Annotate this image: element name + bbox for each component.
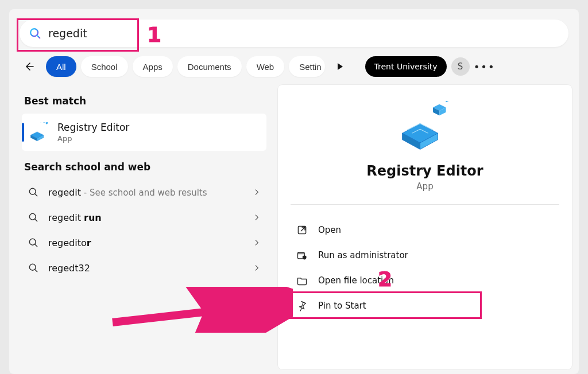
filter-documents[interactable]: Documents bbox=[177, 56, 242, 77]
folder-icon bbox=[296, 275, 308, 286]
body: Best match bbox=[9, 85, 579, 369]
search-icon bbox=[28, 212, 39, 223]
detail-panel: Registry Editor App Open Run as administ… bbox=[278, 85, 572, 369]
action-label: Open bbox=[318, 225, 341, 235]
svg-rect-4 bbox=[46, 122, 48, 124]
suggestion-label: regeditor bbox=[48, 237, 243, 248]
suggestion-item[interactable]: regedt32 bbox=[22, 255, 266, 280]
best-match-subtitle: App bbox=[57, 134, 129, 143]
action-run-as-admin[interactable]: Run as administrator bbox=[289, 243, 560, 268]
chevron-right-icon bbox=[253, 188, 261, 196]
filter-all[interactable]: All bbox=[46, 56, 76, 77]
search-icon bbox=[29, 27, 41, 40]
svg-line-10 bbox=[35, 244, 37, 247]
suggestion-label: regedt32 bbox=[48, 263, 243, 274]
chevron-right-icon bbox=[253, 213, 261, 221]
action-label: Pin to Start bbox=[318, 301, 366, 311]
search-icon bbox=[28, 186, 39, 198]
filter-web[interactable]: Web bbox=[246, 56, 285, 77]
org-badge[interactable]: Trent University bbox=[365, 56, 447, 77]
search-input-value: regedit bbox=[48, 27, 87, 40]
detail-title: Registry Editor bbox=[366, 163, 483, 179]
divider bbox=[291, 204, 559, 205]
action-open-file-location[interactable]: Open file location bbox=[289, 268, 560, 293]
play-icon bbox=[336, 63, 344, 71]
results-column: Best match bbox=[9, 85, 273, 369]
filter-apps[interactable]: Apps bbox=[133, 56, 173, 77]
suggestion-item[interactable]: regedit - See school and web results bbox=[22, 180, 266, 205]
action-pin-to-start[interactable]: Pin to Start bbox=[289, 293, 560, 318]
suggestion-label: regedit - See school and web results bbox=[48, 187, 243, 198]
svg-line-8 bbox=[35, 219, 37, 221]
suggestion-item[interactable]: regeditor bbox=[22, 230, 266, 255]
best-match-card[interactable]: Registry Editor App bbox=[22, 114, 266, 151]
chevron-right-icon bbox=[253, 264, 261, 272]
action-open[interactable]: Open bbox=[289, 217, 560, 243]
search-icon bbox=[28, 262, 39, 274]
filter-school[interactable]: School bbox=[81, 56, 128, 77]
registry-editor-icon bbox=[399, 101, 451, 153]
search-window: regedit All School Apps Documents Web Se… bbox=[9, 9, 579, 374]
svg-line-6 bbox=[35, 194, 37, 196]
action-label: Open file location bbox=[318, 275, 394, 286]
detail-header: Registry Editor App bbox=[289, 101, 560, 192]
best-match-heading: Best match bbox=[24, 95, 266, 107]
filter-settings[interactable]: Settin bbox=[289, 56, 324, 77]
registry-editor-icon bbox=[29, 122, 49, 143]
more-button[interactable]: ••• bbox=[474, 56, 495, 77]
suggestion-item[interactable]: regedit run bbox=[22, 205, 266, 230]
action-label: Run as administrator bbox=[318, 250, 408, 260]
user-avatar[interactable]: S bbox=[451, 57, 470, 76]
detail-subtitle: App bbox=[416, 181, 433, 192]
arrow-left-icon bbox=[22, 60, 36, 73]
suggestion-label: regedit run bbox=[48, 212, 243, 223]
run-as-admin-icon bbox=[296, 250, 308, 261]
filter-overflow-button[interactable] bbox=[330, 56, 350, 77]
filter-row: All School Apps Documents Web Settin Tre… bbox=[9, 47, 579, 85]
svg-line-1 bbox=[37, 36, 40, 38]
svg-rect-13 bbox=[445, 101, 451, 102]
search-icon bbox=[28, 237, 39, 248]
svg-line-12 bbox=[35, 270, 37, 272]
search-bar[interactable]: regedit bbox=[20, 20, 568, 47]
back-button[interactable] bbox=[20, 57, 38, 76]
open-icon bbox=[296, 224, 308, 236]
pin-icon bbox=[296, 300, 308, 311]
best-match-title: Registry Editor bbox=[57, 122, 129, 133]
search-web-heading: Search school and web bbox=[24, 161, 266, 173]
chevron-right-icon bbox=[253, 239, 261, 247]
